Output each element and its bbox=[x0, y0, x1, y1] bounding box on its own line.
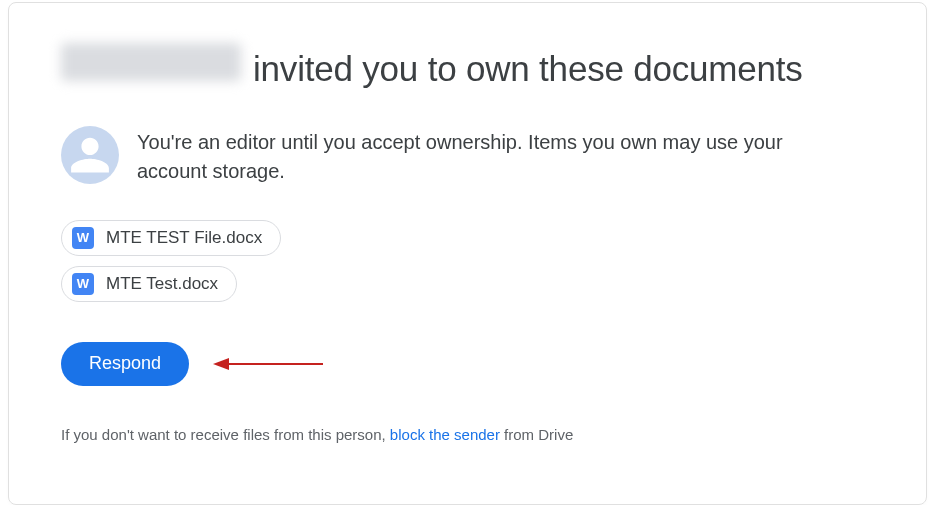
footer-suffix: from Drive bbox=[500, 426, 573, 443]
annotation-arrow-icon bbox=[213, 354, 323, 374]
inviter-name-redacted bbox=[61, 43, 241, 81]
file-name: MTE TEST File.docx bbox=[106, 228, 262, 248]
footer-text: If you don't want to receive files from … bbox=[61, 426, 880, 443]
message-row: You're an editor until you accept owners… bbox=[61, 126, 880, 186]
footer-prefix: If you don't want to receive files from … bbox=[61, 426, 390, 443]
avatar bbox=[61, 126, 119, 184]
notification-card: invited you to own these documents You'r… bbox=[8, 2, 927, 505]
card-title: invited you to own these documents bbox=[61, 43, 880, 92]
word-doc-icon: W bbox=[72, 273, 94, 295]
action-row: Respond bbox=[61, 342, 880, 386]
file-list: W MTE TEST File.docx W MTE Test.docx bbox=[61, 220, 880, 302]
file-chip[interactable]: W MTE Test.docx bbox=[61, 266, 237, 302]
word-doc-icon: W bbox=[72, 227, 94, 249]
file-chip[interactable]: W MTE TEST File.docx bbox=[61, 220, 281, 256]
message-body: You're an editor until you accept owners… bbox=[137, 126, 817, 186]
title-suffix: invited you to own these documents bbox=[253, 46, 803, 92]
svg-marker-1 bbox=[213, 358, 229, 370]
respond-button[interactable]: Respond bbox=[61, 342, 189, 386]
person-icon bbox=[69, 134, 111, 176]
block-sender-link[interactable]: block the sender bbox=[390, 426, 500, 443]
file-name: MTE Test.docx bbox=[106, 274, 218, 294]
